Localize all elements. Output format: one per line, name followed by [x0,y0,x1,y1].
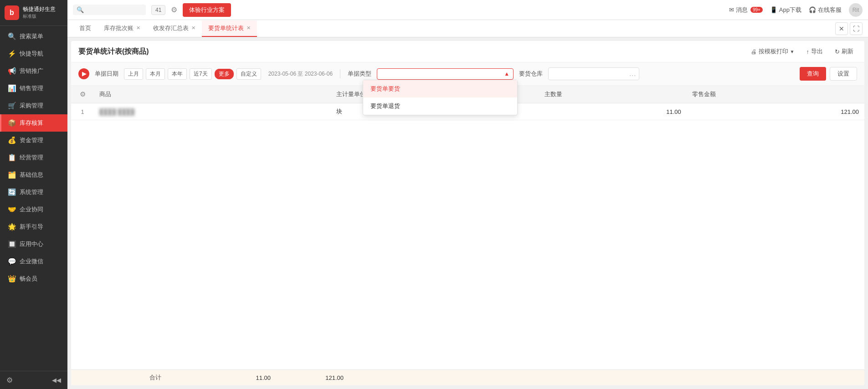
custom-date-btn[interactable]: 自定义 [236,68,261,80]
page-content: 要货单统计表(按商品) 🖨 按模板打印 ▼ ↑ 导出 ↻ 刷新 ▶ [71,41,864,385]
sidebar-item-search[interactable]: 🔍 搜索菜单 [0,28,67,45]
row-quantity: 11.00 [539,103,687,120]
sidebar-settings-icon[interactable]: ⚙ [6,376,13,384]
row-product: ████ ████ [94,103,331,120]
warehouse-input[interactable] [552,71,629,77]
footer-amount: 121.00 [307,374,344,381]
app-download-label: App下载 [779,6,801,14]
sidebar-logo: b 畅捷通好生意 标准版 [0,0,67,26]
sidebar-item-wechat[interactable]: 💬 企业微信 [0,253,67,270]
online-service-btn[interactable]: 🎧 在线客服 [809,6,842,14]
last-month-btn[interactable]: 上月 [124,68,143,80]
print-label: 按模板打印 [759,47,788,56]
column-settings-icon[interactable]: ⚙ [80,90,86,98]
dropdown-item-yaohuodanyaohuo[interactable]: 要货单要货 [363,80,517,97]
order-type-dropdown: 要货单要货 要货单退货 [363,80,518,115]
tab-home[interactable]: 首页 [73,20,98,37]
filter-divider [340,69,340,78]
settings-button[interactable]: 设置 [830,67,857,81]
export-btn[interactable]: ↑ 导出 [803,46,827,57]
search-icon: 🔍 [77,6,84,13]
online-service-label: 在线客服 [818,6,842,14]
cart-icon: 🛒 [8,102,16,110]
search-icon: 🔍 [8,32,16,41]
sidebar-item-quick-nav[interactable]: ⚡ 快捷导航 [0,45,67,62]
tab-close-icon[interactable]: ✕ [136,25,140,31]
sidebar-item-label: 销售管理 [20,84,43,92]
trial-button[interactable]: 体验行业方案 [183,3,231,17]
sidebar-item-label: 经营管理 [20,154,43,162]
messages-badge: 99+ [750,7,763,13]
sidebar-item-label: 畅会员 [20,275,37,283]
sidebar-item-purchase[interactable]: 🛒 采购管理 [0,97,67,114]
sidebar-item-label: 企业微信 [20,257,43,266]
date-filter-buttons: 上月 本月 本年 近7天 更多 自定义 [124,68,261,80]
search-input[interactable] [86,7,140,13]
filter-area: ▶ 单据日期 上月 本月 本年 近7天 更多 自定义 2023-05-06 至 … [71,62,864,86]
app-icon: 🔲 [8,240,16,248]
sidebar-item-inventory[interactable]: 📦 库存核算 [0,114,67,132]
header-search-box[interactable]: 🔍 [73,5,146,15]
user-menu[interactable]: Rit [849,3,863,17]
sidebar-item-label: 基础信息 [20,171,43,179]
sidebar-collapse-icon[interactable]: ◀◀ [52,377,61,384]
header-settings-icon[interactable]: ⚙ [171,5,177,14]
messages-btn[interactable]: ✉ 消息 99+ [729,6,763,14]
maximize-btn[interactable]: ⛶ [850,22,863,35]
app-logo-icon: b [5,5,19,20]
sidebar-item-sales[interactable]: 📊 销售管理 [0,80,67,97]
sidebar-item-finance[interactable]: 💰 资金管理 [0,132,67,149]
refresh-btn[interactable]: ↻ 刷新 [831,46,857,57]
sidebar-item-marketing[interactable]: 📢 营销推广 [0,62,67,80]
tab-close-icon[interactable]: ✕ [191,25,195,31]
sidebar-item-label: 系统管理 [20,188,43,196]
tab-close-icon[interactable]: ✕ [247,25,251,31]
sidebar-item-label: 库存核算 [20,119,43,127]
sidebar-item-appstore[interactable]: 🔲 应用中心 [0,235,67,253]
filter-expand-btn[interactable]: ▶ [78,68,89,79]
tab-bar: 首页 库存批次账 ✕ 收发存汇总表 ✕ 要货单统计表 ✕ ✕ ⛶ [67,20,868,37]
col-settings: ⚙ [71,86,94,103]
this-year-btn[interactable]: 本年 [168,68,187,80]
export-label: 导出 [811,47,823,56]
more-dates-btn[interactable]: 更多 [215,69,234,79]
phone-icon: 📱 [770,6,777,13]
tab-inventory-batch[interactable]: 库存批次账 ✕ [98,20,147,37]
sidebar-item-guide[interactable]: 🌟 新手引导 [0,218,67,235]
print-by-template-btn[interactable]: 🖨 按模板打印 ▼ [747,46,798,57]
sidebar-item-operation[interactable]: 📋 经营管理 [0,149,67,166]
query-button[interactable]: 查询 [800,67,826,81]
tab-order-summary-label: 要货单统计表 [208,24,244,32]
brand-sub: 标准版 [23,13,56,20]
order-type-select-wrap[interactable]: ▲ [377,68,514,80]
col-quantity: 主数量 [539,86,687,103]
chevron-up-icon[interactable]: ▲ [504,71,509,77]
sidebar-item-enterprise[interactable]: 🤝 企业协同 [0,201,67,218]
date-filter-label: 单据日期 [95,70,118,78]
this-month-btn[interactable]: 本月 [146,68,165,80]
sidebar-item-system[interactable]: 🔄 系统管理 [0,184,67,201]
star-icon: 🌟 [8,223,16,231]
sidebar-item-member[interactable]: 👑 畅会员 [0,270,67,287]
lightning-icon: ⚡ [8,50,16,58]
last-7-days-btn[interactable]: 近7天 [190,68,212,80]
close-all-btn[interactable]: ✕ [835,22,848,35]
tab-count-badge: 41 [151,5,165,15]
date-range-display: 2023-05-06 至 2023-06-06 [268,70,333,78]
order-type-input[interactable] [381,71,499,77]
tab-order-summary[interactable]: 要货单统计表 ✕ [202,20,257,37]
tab-recv-summary[interactable]: 收发存汇总表 ✕ [147,20,202,37]
warehouse-more-icon[interactable]: … [629,70,636,78]
app-download-btn[interactable]: 📱 App下载 [770,6,801,14]
brand-text: 畅捷通好生意 标准版 [23,6,56,20]
main-area: 🔍 41 ⚙ 体验行业方案 ✉ 消息 99+ 📱 App下载 🎧 在线客服 Ri… [67,0,868,389]
dropdown-item-yaohuodantuihuo[interactable]: 要货单退货 [363,97,517,115]
refresh-icon: ↻ [835,48,840,55]
header-right: ✉ 消息 99+ 📱 App下载 🎧 在线客服 Rit [729,3,863,17]
box-icon: 📦 [8,119,16,127]
sidebar-footer: ⚙ ◀◀ [0,371,67,389]
warehouse-select-wrap[interactable]: … [548,67,639,80]
sidebar-item-basic[interactable]: 🗂️ 基础信息 [0,166,67,184]
col-product: 商品 [94,86,331,103]
megaphone-icon: 📢 [8,67,16,75]
